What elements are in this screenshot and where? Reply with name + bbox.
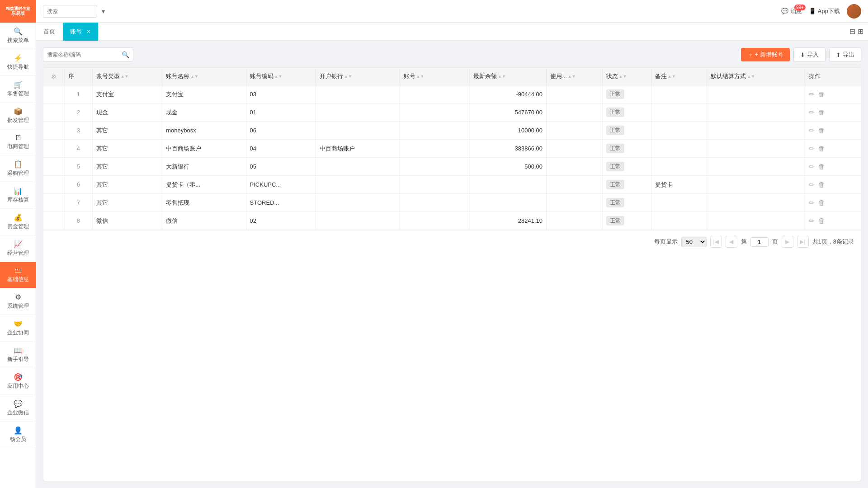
delete-button-4[interactable]: 🗑 xyxy=(818,163,825,170)
edit-button-2[interactable]: ✏ xyxy=(809,127,815,135)
sidebar-item-wholesale-mgmt[interactable]: 📦 批发管理 xyxy=(0,103,36,129)
row-gear-7 xyxy=(43,212,64,230)
message-button[interactable]: 💬 消息 99+ xyxy=(781,7,802,15)
th-name[interactable]: 账号名称 ▲▼ xyxy=(162,68,246,85)
edit-button-6[interactable]: ✏ xyxy=(809,199,815,207)
delete-button-6[interactable]: 🗑 xyxy=(818,199,825,206)
pagination: 每页显示 50 20 100 |◀ ◀ 第 页 ▶ ▶| 共1页，8条记录 xyxy=(43,230,861,253)
row-default-0 xyxy=(707,85,805,103)
sort-bank-icon: ▲▼ xyxy=(344,75,352,78)
row-default-3 xyxy=(707,140,805,158)
edit-button-3[interactable]: ✏ xyxy=(809,145,815,153)
edit-button-7[interactable]: ✏ xyxy=(809,217,815,225)
th-use[interactable]: 使用... ▲▼ xyxy=(547,68,603,85)
edit-button-0[interactable]: ✏ xyxy=(809,90,815,99)
per-page-label: 每页显示 xyxy=(654,238,678,246)
th-account[interactable]: 账号 ▲▼ xyxy=(400,68,470,85)
per-page-select[interactable]: 50 20 100 xyxy=(681,237,707,247)
page-input[interactable] xyxy=(750,237,769,247)
delete-button-7[interactable]: 🗑 xyxy=(818,217,825,225)
search-menu-icon: 🔍 xyxy=(2,27,34,36)
row-gear-6 xyxy=(43,194,64,212)
sidebar-item-beginner-guide[interactable]: 📖 新手引导 xyxy=(0,342,36,368)
row-no-7: 8 xyxy=(64,212,92,230)
row-no-1: 2 xyxy=(64,103,92,122)
app-download-button[interactable]: 📱 App下载 xyxy=(809,7,840,15)
export-button[interactable]: ⬆ 导出 xyxy=(829,47,861,62)
th-settings[interactable]: ⚙ xyxy=(43,68,64,85)
delete-button-2[interactable]: 🗑 xyxy=(818,127,825,134)
th-type[interactable]: 账号类型 ▲▼ xyxy=(92,68,162,85)
row-balance-0: -90444.00 xyxy=(470,85,547,103)
tab-close-button[interactable]: ✕ xyxy=(86,28,91,35)
sidebar-item-purchase-mgmt[interactable]: 📋 采购管理 xyxy=(0,155,36,182)
status-badge-6: 正常 xyxy=(606,198,624,207)
row-default-1 xyxy=(707,103,805,122)
mobile-icon: 📱 xyxy=(809,8,816,14)
row-use-0 xyxy=(547,85,603,103)
sidebar-item-app-center[interactable]: 🎯 应用中心 xyxy=(0,368,36,395)
row-name-7: 微信 xyxy=(162,212,246,230)
delete-button-3[interactable]: 🗑 xyxy=(818,145,825,152)
th-action: 操作 xyxy=(805,68,861,85)
edit-button-4[interactable]: ✏ xyxy=(809,163,815,171)
sidebar-item-enterprise-wechat[interactable]: 💬 企业微信 xyxy=(0,395,36,422)
sidebar-item-enterprise-agreement[interactable]: 🤝 企业协同 xyxy=(0,315,36,342)
page-label2: 页 xyxy=(772,238,778,246)
row-action-3: ✏ 🗑 xyxy=(805,140,861,158)
edit-button-5[interactable]: ✏ xyxy=(809,181,815,189)
row-gear-0 xyxy=(43,85,64,103)
row-balance-2: 10000.00 xyxy=(470,122,547,140)
th-balance[interactable]: 最新余额 ▲▼ xyxy=(470,68,547,85)
row-bank-7 xyxy=(316,212,400,230)
edit-button-1[interactable]: ✏ xyxy=(809,108,815,117)
prev-page-button[interactable]: ◀ xyxy=(726,236,737,248)
sidebar-item-inventory[interactable]: 📊 库存核算 xyxy=(0,182,36,209)
tab-actions: ⊟ ⊞ xyxy=(849,27,868,36)
sidebar-item-search-menu[interactable]: 🔍 搜索菜单 xyxy=(0,23,36,49)
sidebar-item-operation-mgmt[interactable]: 📈 经营管理 xyxy=(0,235,36,262)
sort-type-icon: ▲▼ xyxy=(121,75,129,78)
tab-account-label: 账号 xyxy=(70,28,82,36)
tab-home[interactable]: 首页 xyxy=(36,23,63,41)
import-button[interactable]: ⬇ 导入 xyxy=(793,47,826,62)
row-remark-2 xyxy=(651,122,707,140)
sidebar-item-retail-mgmt[interactable]: 🛒 零售管理 xyxy=(0,76,36,103)
tab-minimize-button[interactable]: ⊟ xyxy=(849,27,855,36)
row-type-1: 现金 xyxy=(92,103,162,122)
row-bank-6 xyxy=(316,194,400,212)
row-name-3: 中百商场账户 xyxy=(162,140,246,158)
search-input[interactable] xyxy=(47,52,122,58)
row-default-7 xyxy=(707,212,805,230)
th-remark[interactable]: 备注 ▲▼ xyxy=(651,68,707,85)
delete-button-0[interactable]: 🗑 xyxy=(818,90,825,98)
sidebar-item-fun-member[interactable]: 👤 畅会员 xyxy=(0,422,36,448)
table-row: 1 支付宝 支付宝 03 -90444.00 正常 ✏ 🗑 xyxy=(43,85,861,103)
delete-button-5[interactable]: 🗑 xyxy=(818,181,825,188)
last-page-button[interactable]: ▶| xyxy=(797,236,809,248)
avatar[interactable] xyxy=(847,4,861,19)
sidebar-item-system-mgmt[interactable]: ⚙ 系统管理 xyxy=(0,288,36,315)
th-default-payment[interactable]: 默认结算方式 ▲▼ xyxy=(707,68,805,85)
sidebar-item-ecommerce-mgmt[interactable]: 🖥 电商管理 xyxy=(0,129,36,155)
sidebar-item-quick-nav[interactable]: ⚡ 快捷导航 xyxy=(0,49,36,76)
sidebar-item-basic-info[interactable]: 🗃 基础信息 xyxy=(0,262,36,288)
row-type-6: 其它 xyxy=(92,194,162,212)
tab-account[interactable]: 账号 ✕ xyxy=(63,23,99,41)
sidebar-item-label: 批发管理 xyxy=(7,117,29,123)
row-gear-1 xyxy=(43,103,64,122)
next-page-button[interactable]: ▶ xyxy=(782,236,793,248)
first-page-button[interactable]: |◀ xyxy=(710,236,722,248)
tab-maximize-button[interactable]: ⊞ xyxy=(858,27,863,36)
sidebar-item-finance-mgmt[interactable]: 💰 资金管理 xyxy=(0,209,36,235)
status-badge-1: 正常 xyxy=(606,108,624,117)
status-badge-2: 正常 xyxy=(606,126,624,135)
delete-button-1[interactable]: 🗑 xyxy=(818,108,825,116)
row-name-5: 提货卡（零... xyxy=(162,176,246,194)
add-account-button[interactable]: ＋ + 新增账号 xyxy=(741,48,790,61)
th-bank[interactable]: 开户银行 ▲▼ xyxy=(316,68,400,85)
top-search-input[interactable] xyxy=(43,5,97,18)
dropdown-button[interactable]: ▾ xyxy=(102,8,105,15)
th-code[interactable]: 账号编码 ▲▼ xyxy=(246,68,316,85)
th-status[interactable]: 状态 ▲▼ xyxy=(602,68,651,85)
